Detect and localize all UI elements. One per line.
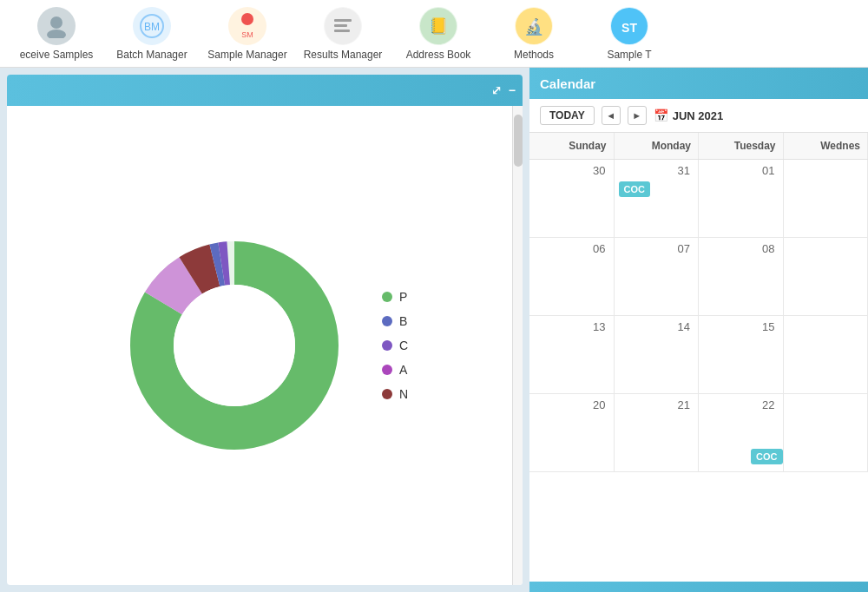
header-sunday: Sunday	[529, 133, 615, 159]
legend-item-B: B	[382, 314, 408, 328]
chart-area: P B C A	[7, 106, 523, 585]
date-20: 20	[534, 398, 609, 411]
receive-samples-label: eceive Samples	[20, 49, 94, 61]
main-content: ⤢ −	[0, 68, 868, 592]
nav-item-address-book[interactable]: 📒 Address Book	[391, 3, 486, 65]
calendar-days-header: Sunday Monday Tuesday Wednes	[529, 133, 868, 160]
address-book-icon: 📒	[419, 7, 457, 45]
top-navigation: eceive Samples BM Batch Manager SM Sampl…	[0, 0, 868, 68]
calendar-panel: Calendar TODAY ◄ ► 📅 JUN 2021 Sunday Mon…	[529, 68, 868, 592]
svg-rect-8	[334, 19, 352, 22]
address-book-label: Address Book	[406, 49, 471, 61]
event-coc-may31: COC	[619, 181, 650, 197]
svg-point-5	[241, 13, 253, 25]
legend-dot-B	[382, 316, 392, 326]
month-display: 📅 JUN 2021	[654, 109, 724, 122]
month-label: JUN 2021	[673, 109, 724, 122]
methods-icon: 🔬	[515, 7, 553, 45]
methods-label: Methods	[514, 49, 554, 61]
svg-text:📒: 📒	[429, 16, 449, 36]
legend-item-P: P	[382, 290, 408, 304]
receive-samples-icon	[37, 7, 76, 45]
date-07: 07	[619, 242, 694, 255]
cell-w1-wed[interactable]	[784, 160, 869, 238]
results-manager-label: Results Manager	[304, 49, 383, 61]
date-21: 21	[619, 398, 694, 411]
legend-label-B: B	[399, 314, 407, 328]
svg-point-0	[50, 16, 62, 29]
results-manager-icon	[324, 7, 362, 45]
minimize-button[interactable]: −	[509, 83, 516, 97]
cell-w3-sun[interactable]: 13	[529, 316, 615, 394]
calendar-body: 30 31 COC 01 06 07	[529, 160, 868, 472]
nav-item-receive-samples[interactable]: eceive Samples	[9, 3, 104, 65]
cell-w4-wed[interactable]	[784, 394, 869, 472]
header-wednesday: Wednes	[784, 133, 869, 159]
cell-w1-tue[interactable]: 01	[699, 160, 784, 238]
legend-dot-A	[382, 365, 392, 375]
calendar-navigation: TODAY ◄ ► 📅 JUN 2021	[529, 99, 868, 133]
date-22: 22	[703, 398, 779, 411]
calendar-header: Calendar	[529, 68, 868, 99]
header-monday: Monday	[615, 133, 700, 159]
nav-item-batch-manager[interactable]: BM Batch Manager	[104, 3, 200, 65]
svg-rect-9	[334, 24, 347, 27]
date-31: 31	[619, 164, 694, 177]
legend-label-A: A	[399, 363, 407, 377]
cell-w3-tue[interactable]: 15	[699, 316, 784, 394]
cell-w2-wed[interactable]	[784, 238, 869, 316]
cell-w3-wed[interactable]	[784, 316, 869, 394]
date-08: 08	[703, 242, 779, 255]
nav-item-results-manager[interactable]: Results Manager	[295, 3, 391, 65]
cell-w4-mon[interactable]: 21	[615, 394, 700, 472]
date-14: 14	[619, 320, 694, 333]
cell-w3-mon[interactable]: 14	[615, 316, 700, 394]
calendar-grid: Sunday Monday Tuesday Wednes 30 31 COC 0…	[529, 133, 868, 582]
legend-item-N: N	[382, 387, 408, 401]
scrollbar-thumb[interactable]	[514, 115, 523, 167]
svg-text:🔬: 🔬	[524, 17, 544, 36]
cell-w2-tue[interactable]: 08	[699, 238, 784, 316]
date-15: 15	[703, 320, 779, 333]
svg-text:BM: BM	[144, 21, 160, 33]
cell-w4-tue[interactable]: 22 COC	[699, 394, 784, 472]
chart-legend: P B C A	[382, 290, 408, 401]
cell-w4-sun[interactable]: 20	[529, 394, 615, 472]
legend-label-P: P	[399, 290, 407, 304]
calendar-bottom-scrollbar[interactable]	[529, 582, 868, 592]
chart-widget: ⤢ −	[7, 75, 523, 585]
sample-t-label: Sample T	[607, 49, 651, 61]
next-month-button[interactable]: ►	[628, 106, 647, 125]
sample-manager-icon: SM	[228, 7, 266, 45]
svg-point-23	[174, 285, 295, 406]
legend-label-N: N	[399, 387, 408, 401]
prev-month-button[interactable]: ◄	[602, 106, 621, 125]
sample-manager-label: Sample Manager	[207, 49, 286, 61]
legend-item-C: C	[382, 339, 408, 352]
batch-manager-label: Batch Manager	[116, 49, 187, 61]
today-button[interactable]: TODAY	[540, 106, 595, 125]
calendar-icon: 📅	[654, 109, 668, 122]
widget-header: ⤢ −	[7, 75, 523, 106]
date-30: 30	[534, 164, 609, 177]
svg-text:SM: SM	[241, 30, 253, 39]
cell-w2-mon[interactable]: 07	[615, 238, 700, 316]
svg-text:ST: ST	[621, 21, 637, 35]
cell-w2-sun[interactable]: 06	[529, 238, 615, 316]
nav-item-sample-t[interactable]: ST Sample T	[582, 3, 677, 65]
date-06: 06	[534, 242, 609, 255]
donut-chart-wrapper: P B C A	[122, 233, 408, 458]
cell-w1-mon[interactable]: 31 COC	[615, 160, 700, 238]
donut-chart	[122, 233, 347, 458]
legend-item-A: A	[382, 363, 408, 377]
event-coc-jun22: COC	[751, 449, 782, 464]
legend-dot-C	[382, 340, 392, 351]
nav-item-sample-manager[interactable]: SM Sample Manager	[200, 3, 295, 65]
legend-dot-P	[382, 292, 392, 302]
expand-button[interactable]: ⤢	[491, 83, 502, 97]
nav-item-methods[interactable]: 🔬 Methods	[486, 3, 582, 65]
date-01: 01	[703, 164, 779, 177]
scrollbar[interactable]	[512, 106, 523, 585]
cell-w1-sun[interactable]: 30	[529, 160, 615, 238]
date-13: 13	[534, 320, 609, 333]
